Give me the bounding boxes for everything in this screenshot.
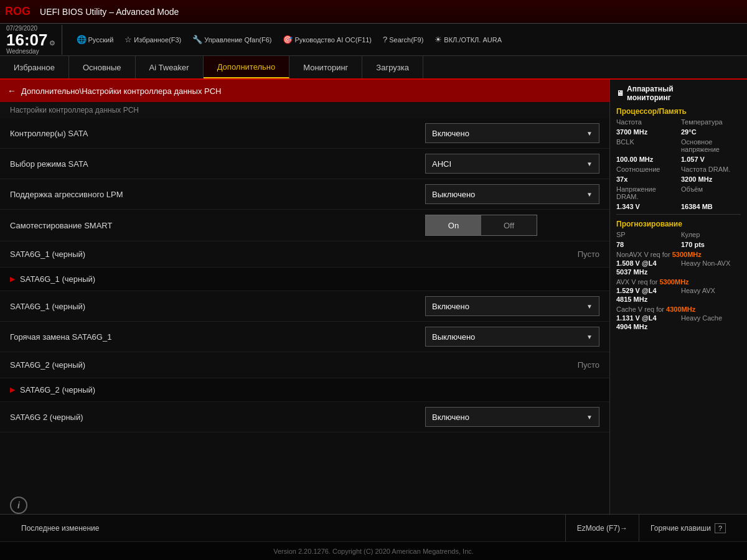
sidebar-divider xyxy=(616,214,741,215)
dropdown-arrow-icon: ▼ xyxy=(586,130,593,137)
sata6g1-selected: Включено xyxy=(432,302,469,311)
hotswap-sata6g1-dropdown[interactable]: Выключено ▼ xyxy=(425,327,599,347)
breadcrumb-path: Дополнительно\Настройки контроллера данн… xyxy=(21,86,221,96)
sata6g2-selected: Включено xyxy=(432,413,469,422)
avx-req-label: AVX V req for 5300MHz xyxy=(616,278,741,286)
avx-freq: 5300MHz xyxy=(660,278,689,286)
lpm-selected: Выключено xyxy=(432,190,475,199)
cache-type: Heavy Cache xyxy=(681,314,741,322)
nonavx-freq: 5300MHz xyxy=(672,251,702,258)
dram-volt-label: Напряжение DRAM. xyxy=(616,185,676,200)
time-display: 16:07 xyxy=(6,32,48,48)
datetime-block: 07/29/2020 16:07 ⚙ Wednesday xyxy=(6,25,62,55)
sata6g2-label: SATA6G 2 (черный) xyxy=(10,413,425,422)
help-icon: ? xyxy=(715,523,726,533)
app-title: UEFI BIOS Utility – Advanced Mode xyxy=(40,7,179,17)
ai-oc-btn[interactable]: 🎯 Руководство AI OC(F11) xyxy=(280,33,375,46)
last-change-label: Последнее изменение xyxy=(21,524,99,533)
tab-monitor[interactable]: Мониторинг xyxy=(289,56,362,78)
sata-controller-label: Контроллер(ы) SATA xyxy=(10,129,425,138)
sata-mode-dropdown[interactable]: AHCI ▼ xyxy=(425,154,599,174)
search-label: Search(F9) xyxy=(389,36,423,44)
lpm-dropdown[interactable]: Выключено ▼ xyxy=(425,184,599,204)
sidebar-section-predict: Прогнозирование xyxy=(616,220,741,228)
sata-mode-selected: AHCI xyxy=(432,159,451,169)
dropdown-arrow-icon3: ▼ xyxy=(586,191,593,198)
freq-value: 3700 MHz xyxy=(616,128,676,136)
nav-tabs: Избранное Основные Ai Tweaker Дополнител… xyxy=(0,56,747,80)
expand-sata6g1[interactable]: ▶ SATA6G_1 (черный) xyxy=(0,268,609,291)
tab-favorites[interactable]: Избранное xyxy=(0,56,69,78)
setting-row-sata6g2-status: SATA6G_2 (черный) Пусто xyxy=(0,352,609,378)
hotswap-sata6g1-value: Выключено ▼ xyxy=(425,327,599,347)
sata6g1-status-label: SATA6G_1 (черный) xyxy=(10,250,565,259)
sata6g2-status-label: SATA6G_2 (черный) xyxy=(10,360,565,370)
settings-icon[interactable]: ⚙ xyxy=(49,39,55,47)
tab-main[interactable]: Основные xyxy=(69,56,136,78)
expand-chevron-icon2: ▶ xyxy=(10,386,15,394)
hotkeys-btn[interactable]: Горячие клавиши ? xyxy=(639,515,737,541)
avx-type: Heavy AVX xyxy=(681,287,741,294)
sata6g2-status-text: Пусто xyxy=(578,360,599,370)
rog-logo: ROG xyxy=(5,5,31,18)
sidebar-title: 🖥 Аппаратныймониторинг xyxy=(616,85,741,102)
search-btn[interactable]: ? Search(F9) xyxy=(380,33,426,46)
star-icon: ☆ xyxy=(125,35,132,44)
ai-icon: 🎯 xyxy=(283,35,293,44)
last-change-btn[interactable]: Последнее изменение xyxy=(10,515,110,541)
breadcrumb[interactable]: ← Дополнительно\Настройки контроллера да… xyxy=(0,80,609,102)
favorites-btn[interactable]: ☆ Избранное(F3) xyxy=(121,33,184,46)
predict-grid: SP Кулер 78 170 pts xyxy=(616,231,741,248)
cache-freq: 4300MHz xyxy=(666,306,695,313)
temp-label: Температура xyxy=(681,118,741,126)
sata-controller-selected: Включено xyxy=(432,129,469,138)
sidebar-title-text: Аппаратныймониторинг xyxy=(627,85,674,102)
sata-controller-value: Включено ▼ xyxy=(425,123,599,143)
right-sidebar: 🖥 Аппаратныймониторинг Процессор/Память … xyxy=(610,80,747,514)
expand-sata6g1-label: SATA6G_1 (черный) xyxy=(20,274,95,284)
aura-label: ВКЛ./ОТКЛ. AURA xyxy=(444,36,502,44)
nonavx-type: Heavy Non-AVX xyxy=(681,259,741,267)
sata-controller-dropdown[interactable]: Включено ▼ xyxy=(425,123,599,143)
smart-toggle[interactable]: On Off xyxy=(425,215,537,236)
tab-boot[interactable]: Загрузка xyxy=(362,56,423,78)
qfan-label: Управление Qfan(F6) xyxy=(204,36,271,44)
sata6g2-dropdown[interactable]: Включено ▼ xyxy=(425,407,599,427)
lpm-value: Выключено ▼ xyxy=(425,184,599,204)
language-btn[interactable]: 🌐 Русский xyxy=(73,33,117,46)
aura-btn[interactable]: ☀ ВКЛ./ОТКЛ. AURA xyxy=(431,33,505,46)
expand-sata6g2[interactable]: ▶ SATA6G_2 (черный) xyxy=(0,378,609,402)
sata6g1-dropdown[interactable]: Включено ▼ xyxy=(425,296,599,316)
nonavx-voltage: 1.508 V @L4 xyxy=(616,259,676,267)
tab-ai-tweaker[interactable]: Ai Tweaker xyxy=(136,56,204,78)
monitor-icon: 🖥 xyxy=(616,89,624,98)
expand-sata6g2-label: SATA6G_2 (черный) xyxy=(20,385,95,394)
ratio-value: 37x xyxy=(616,175,676,183)
cache-voltage: 1.131 V @L4 xyxy=(616,314,676,322)
dram-freq-value: 3200 MHz xyxy=(681,175,741,183)
language-icon: 🌐 xyxy=(77,35,87,44)
toggle-off-btn[interactable]: Off xyxy=(481,215,537,235)
search-icon: ? xyxy=(383,35,387,44)
setting-row-sata6g1-status: SATA6G_1 (черный) Пусто xyxy=(0,241,609,268)
ai-oc-label: Руководство AI OC(F11) xyxy=(294,36,372,44)
language-label: Русский xyxy=(88,36,114,44)
capacity-label: Объём xyxy=(681,185,741,200)
ezmode-label: EzMode (F7)→ xyxy=(577,524,627,533)
info-icon[interactable]: i xyxy=(10,497,27,514)
ezmode-btn[interactable]: EzMode (F7)→ xyxy=(565,515,639,541)
cooler-value: 170 pts xyxy=(681,241,741,248)
qfan-btn[interactable]: 🔧 Управление Qfan(F6) xyxy=(189,33,275,46)
tab-advanced[interactable]: Дополнительно xyxy=(204,56,290,78)
footer-bar: Version 2.20.1276. Copyright (C) 2020 Am… xyxy=(0,541,747,560)
voltage-value: 1.057 V xyxy=(681,156,741,163)
sata-mode-value: AHCI ▼ xyxy=(425,154,599,174)
toggle-on-btn[interactable]: On xyxy=(426,215,481,235)
footer-text: Version 2.20.1276. Copyright (C) 2020 Am… xyxy=(273,548,474,555)
hotkeys-label: Горячие клавиши xyxy=(651,524,711,533)
back-arrow-icon[interactable]: ← xyxy=(7,86,16,96)
dram-freq-label: Частота DRAM. xyxy=(681,166,741,173)
day-display: Wednesday xyxy=(6,48,39,55)
cache-freq-val: 4904 MHz xyxy=(616,323,676,330)
voltage-label: Основное напряжение xyxy=(681,138,741,153)
